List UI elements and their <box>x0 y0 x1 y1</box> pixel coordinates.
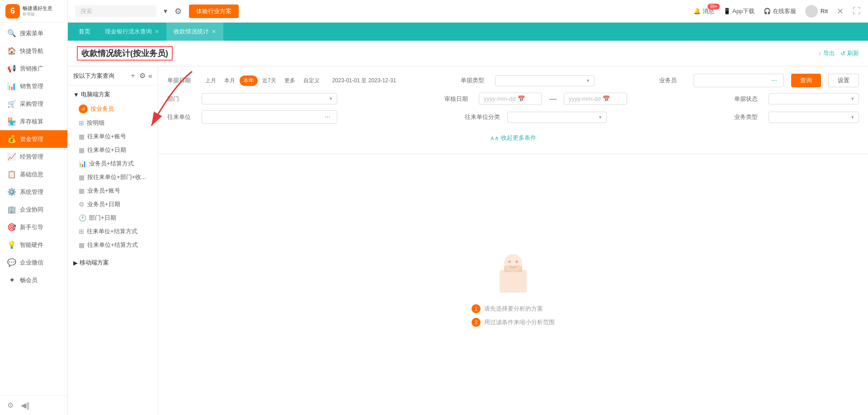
sidebar-item-system[interactable]: ⚙️ 系统管理 <box>0 183 67 201</box>
sidebar-item-enterprise[interactable]: 🏢 企业协同 <box>0 201 67 218</box>
sidebar-item-smart-hw[interactable]: 💡 智能硬件 <box>0 236 67 254</box>
dept-select[interactable]: ▾ <box>202 93 337 104</box>
sidebar-item-sales[interactable]: 📊 销售管理 <box>0 77 67 95</box>
desktop-scheme-header[interactable]: ▼ 电脑端方案 <box>68 87 158 102</box>
partner-select[interactable]: ··· <box>202 110 337 124</box>
triangle-right-icon: ▶ <box>73 259 78 266</box>
partner-category-select[interactable]: ▾ <box>507 112 607 123</box>
scheme-dept-date[interactable]: 🕐 部门+日期 <box>68 211 158 225</box>
topbar-search: 搜索 <box>75 5 156 17</box>
mobile-scheme-section: ▶ 移动端方案 <box>68 254 158 272</box>
partner-date-icon: ▦ <box>79 146 85 154</box>
svg-rect-0 <box>500 270 527 292</box>
mobile-scheme-header[interactable]: ▶ 移动端方案 <box>68 255 158 270</box>
collapse-panel-icon[interactable]: « <box>148 72 152 80</box>
sidebar-item-purchase[interactable]: 🛒 采购管理 <box>0 95 67 113</box>
scheme-salesman-method[interactable]: 📊 业务员+结算方式 <box>68 157 158 170</box>
app-logo: 6 畅捷通好生意 标准版 <box>0 0 67 23</box>
detail-icon: ⊞ <box>79 119 84 127</box>
tab-collection-close[interactable]: ✕ <box>212 28 216 35</box>
calendar-icon-start[interactable]: 📅 <box>518 95 525 102</box>
collapse-sidebar-icon[interactable]: ◀‖ <box>21 401 30 410</box>
salesman-ellipsis[interactable]: ··· <box>771 76 777 85</box>
tab-bank-flow-close[interactable]: ✕ <box>155 28 159 35</box>
add-scheme-icon[interactable]: ＋ <box>129 71 137 80</box>
trial-btn[interactable]: 体验行业方案 <box>189 5 239 18</box>
settings-bottom-icon[interactable]: ⚙ <box>7 401 14 410</box>
sidebar-item-member[interactable]: ✦ 畅会员 <box>0 271 67 289</box>
sidebar-item-operations[interactable]: 📈 经营管理 <box>0 148 67 165</box>
date-tab-7days[interactable]: 近7天 <box>259 75 280 86</box>
scheme-by-salesman[interactable]: ↺ 按业务员 <box>68 102 158 116</box>
collapse-conditions-btn[interactable]: ∧∧ 收起更多条件 <box>167 129 859 146</box>
filter-row-3: 往来单位 ··· 往来单位分类 ▾ 业务类型 <box>167 110 859 124</box>
empty-illustration <box>486 243 540 297</box>
date-range-display: 2023-01-01 至 2023-12-31 <box>332 77 396 85</box>
scheme-partner-date[interactable]: ▦ 往来单位+日期 <box>68 143 158 157</box>
scheme-partner-dept[interactable]: ▦ 按往来单位+部门+收... <box>68 170 158 184</box>
tab-collection[interactable]: 收款情况统计 ✕ <box>166 23 223 41</box>
partner-ellipsis[interactable]: ··· <box>325 113 330 121</box>
page-title: 收款情况统计(按业务员) <box>77 46 173 61</box>
scheme-partner-method2[interactable]: ▦ 往来单位+结算方式 <box>68 238 158 252</box>
biz-type-select[interactable]: ▾ <box>769 112 859 123</box>
page-actions: ↑ 导出 ↺ 刷新 <box>819 49 859 57</box>
review-date-label: 审核日期 <box>444 95 472 103</box>
sidebar-item-guide[interactable]: 🎯 新手引导 <box>0 218 67 236</box>
doc-type-label: 单据类型 <box>461 76 488 85</box>
refresh-btn[interactable]: ↺ 刷新 <box>840 49 859 57</box>
user-area[interactable]: Rit <box>805 5 828 18</box>
right-panel: 单据日期 上月 本月 本年 近7天 更多 自定义 2023-01-01 至 20… <box>158 66 868 415</box>
scheme-partner-method[interactable]: ⊞ 往来单位+结算方式 <box>68 225 158 238</box>
doc-type-select[interactable]: ▾ <box>495 75 594 86</box>
sidebar-bottom: ⚙ ◀‖ <box>0 395 67 415</box>
member-icon: ✦ <box>7 276 16 284</box>
sidebar-item-search-menu[interactable]: 🔍 搜索菜单 <box>0 24 67 42</box>
review-date-start[interactable]: yyyy-mm-dd 📅 <box>479 93 542 105</box>
sidebar-item-marketing[interactable]: 📢 营销推广 <box>0 60 67 77</box>
headset-icon: 🎧 <box>764 8 771 14</box>
search-menu-icon: 🔍 <box>7 29 16 38</box>
date-tab-this-month[interactable]: 本月 <box>221 75 239 86</box>
window-expand-icon[interactable]: ⛶ <box>853 6 861 16</box>
filter-row-2: 部门 ▾ 审核日期 yyyy-mm-dd 📅 — y <box>167 93 859 105</box>
panel-header-actions: ＋ ⚙ « <box>129 71 152 80</box>
salesman-select[interactable]: ··· <box>693 74 784 87</box>
window-close-icon[interactable]: ✕ <box>837 6 844 16</box>
tab-home[interactable]: 首页 <box>71 23 98 41</box>
dept-label: 部门 <box>167 95 194 103</box>
date-tab-last-month[interactable]: 上月 <box>202 75 220 86</box>
sidebar-item-wechat[interactable]: 💬 企业微信 <box>0 254 67 271</box>
online-service-btn[interactable]: 🎧 在线客服 <box>764 7 796 15</box>
date-tab-this-year[interactable]: 本年 <box>240 75 258 86</box>
svg-point-3 <box>508 260 511 263</box>
sidebar-item-quick-nav[interactable]: 🏠 快捷导航 <box>0 42 67 60</box>
message-btn[interactable]: 🔔 消息 99+ <box>693 7 714 15</box>
date-tab-more[interactable]: 更多 <box>281 75 299 86</box>
page-header: 收款情况统计(按业务员) ↑ 导出 ↺ 刷新 <box>68 41 868 66</box>
sidebar-item-finance[interactable]: 💰 资金管理 <box>0 130 67 148</box>
scheme-partner-account[interactable]: ▦ 往来单位+账号 <box>68 130 158 143</box>
split-layout: 按以下方案查询 ＋ ⚙ « ▼ 电脑端方案 ↺ 按业务员 <box>68 66 868 415</box>
svg-point-4 <box>515 260 518 263</box>
dropdown-nav-icon[interactable]: ▾ <box>164 7 167 15</box>
review-date-end[interactable]: yyyy-mm-dd 📅 <box>564 93 627 105</box>
settings-button[interactable]: 设置 <box>828 74 859 87</box>
scheme-salesman-account[interactable]: ▦ 业务员+账号 <box>68 184 158 198</box>
query-button[interactable]: 查询 <box>791 74 821 87</box>
calendar-icon-end[interactable]: 📅 <box>603 95 610 102</box>
scheme-by-detail[interactable]: ⊞ 按明细 <box>68 116 158 130</box>
sidebar-item-inventory[interactable]: 🏪 库存核算 <box>0 113 67 130</box>
export-btn[interactable]: ↑ 导出 <box>819 49 835 57</box>
scheme-salesman-date[interactable]: ⚙ 业务员+日期 <box>68 198 158 211</box>
app-download-btn[interactable]: 📱 App下载 <box>723 7 755 15</box>
partner-method-icon: ⊞ <box>79 228 84 235</box>
doc-status-select[interactable]: ▾ <box>769 93 859 104</box>
left-panel: 按以下方案查询 ＋ ⚙ « ▼ 电脑端方案 ↺ 按业务员 <box>68 66 158 415</box>
sidebar-item-basic-info[interactable]: 📋 基础信息 <box>0 165 67 183</box>
tab-bank-flow[interactable]: 现金银行流水查询 ✕ <box>98 23 166 41</box>
settings-scheme-icon[interactable]: ⚙ <box>139 71 146 80</box>
user-avatar <box>805 5 818 18</box>
topbar-settings-icon[interactable]: ⚙ <box>175 6 182 16</box>
date-tab-custom[interactable]: 自定义 <box>300 75 323 86</box>
